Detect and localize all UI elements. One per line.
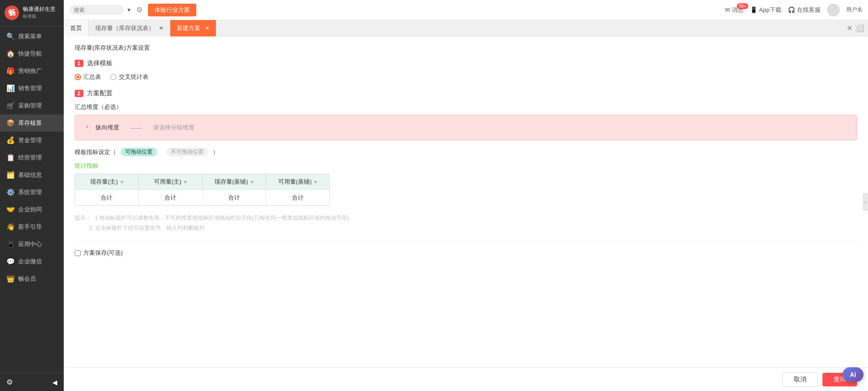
- stats-col-2[interactable]: 可用量(主) ▾: [139, 174, 203, 190]
- sidebar-footer: ⚙ ◀: [0, 373, 64, 391]
- chevron-down-icon[interactable]: ▾: [251, 179, 254, 185]
- sidebar-item-label: 企业协同: [18, 206, 42, 214]
- sidebar-settings-icon[interactable]: ⚙: [6, 378, 13, 386]
- online-service-wrap[interactable]: 🎧 在线客服: [788, 6, 821, 14]
- sidebar-item-label: 经营管理: [18, 154, 42, 162]
- sidebar-item-contract[interactable]: 🤝 企业协同: [0, 201, 64, 218]
- panel-close-icon[interactable]: ✕: [847, 24, 853, 32]
- step2-badge: 2: [75, 90, 83, 97]
- stats-section: 统计指标 现存量(主) ▾ 可用量(主) ▾: [75, 162, 857, 206]
- dimension-box[interactable]: * 纵向维度 —— 请选择分组维度: [75, 115, 857, 140]
- chart-icon: 📊: [6, 84, 15, 93]
- tab-new-plan-label: 新建方案: [177, 24, 200, 32]
- sidebar-item-operations[interactable]: 📋 经营管理: [0, 149, 64, 166]
- stats-col-4[interactable]: 可用量(基辅) ▾: [266, 174, 329, 190]
- tab-new-plan-close-icon[interactable]: ✕: [205, 25, 209, 31]
- topbar-right: ✉ 消息 99+ 📱 App下载 🎧 在线客服 用户名: [725, 4, 863, 16]
- handshake-icon: 🤝: [6, 206, 15, 214]
- tab-inventory-close-icon[interactable]: ✕: [159, 25, 163, 31]
- radio-summary-dot: [75, 74, 81, 80]
- sidebar-item-label: 销售管理: [18, 84, 42, 93]
- stats-cell-1-4: 合计: [266, 190, 329, 206]
- cancel-button[interactable]: 取消: [782, 372, 818, 387]
- save-checkbox[interactable]: [75, 250, 81, 256]
- tip-2: 2. 点击标题栏下拉可设置排序、插入列和删除列: [75, 223, 857, 233]
- save-option: 方案保存(可选): [75, 241, 857, 257]
- sidebar-item-search[interactable]: 🔍 搜索菜单: [0, 28, 64, 45]
- stats-title: 统计指标: [75, 162, 857, 170]
- sidebar-item-label: 企业微信: [18, 257, 42, 266]
- search-icon: 🔍: [6, 32, 15, 41]
- app-logo: 畅 畅康通好生意 标准版: [0, 0, 64, 26]
- app-name: 畅康通好生意: [23, 6, 56, 13]
- sidebar-item-system[interactable]: ⚙️ 系统管理: [0, 184, 64, 201]
- sidebar-item-appstore[interactable]: 📱 应用中心: [0, 236, 64, 253]
- logo-icon: 畅: [5, 5, 19, 20]
- trial-industry-button[interactable]: 体验行业方案: [148, 4, 196, 16]
- tab-home[interactable]: 首页: [64, 20, 89, 36]
- stats-cell-1-1: 合计: [75, 190, 139, 206]
- radio-summary-label: 汇总表: [83, 73, 101, 81]
- sidebar-item-marketing[interactable]: 🎁 营销推广: [0, 62, 64, 80]
- sidebar-item-newbie[interactable]: 👋 新手引导: [0, 218, 64, 236]
- app-download-icon: 📱: [750, 6, 757, 13]
- chevron-down-icon[interactable]: ▾: [184, 179, 187, 185]
- sidebar-item-shortcut[interactable]: 🏠 快捷导航: [0, 45, 64, 62]
- sidebar-item-label: 畅会员: [18, 275, 36, 283]
- message-icon: ✉: [725, 6, 730, 13]
- tip-1-text: 1.拖动标题栏可以调整布局，不可跨维度或指标区域拖动栏目字段(只能在同一维度或指…: [95, 213, 349, 223]
- indicator-settings-suffix: ）: [213, 148, 219, 156]
- stats-cell-1-3: 合计: [203, 190, 266, 206]
- sidebar: 畅 畅康通好生意 标准版 🔍 搜索菜单 🏠 快捷导航 🎁 营销推广 📊 销售管理…: [0, 0, 64, 391]
- app-download-wrap[interactable]: 📱 App下载: [750, 6, 781, 14]
- radio-cross[interactable]: 交叉统计表: [110, 73, 148, 81]
- chevron-down-icon[interactable]: ▾: [314, 179, 317, 185]
- sidebar-item-sales[interactable]: 📊 销售管理: [0, 80, 64, 97]
- ai-float-button[interactable]: Ai: [842, 367, 863, 382]
- stats-col-3[interactable]: 现存量(基辅) ▾: [203, 174, 266, 190]
- step2-section: 2 方案配置 汇总维度（必选） * 纵向维度 —— 请选择分组维度 模板指标设定…: [75, 89, 857, 233]
- sidebar-item-label: 快捷导航: [18, 50, 42, 58]
- message-badge-wrap[interactable]: ✉ 消息 99+: [725, 6, 744, 14]
- panel: 现存量(库存状况表)方案设置 1 选择模板 汇总表 交叉统计表: [64, 36, 868, 367]
- tab-inventory-status[interactable]: 现存量（库存状况表） ✕: [89, 20, 170, 36]
- topbar-search-input[interactable]: [69, 5, 124, 15]
- stats-table-row: 合计 合计 合计 合计: [75, 190, 329, 206]
- dropdown-chevron-icon: ▾: [128, 6, 131, 13]
- stats-col-1[interactable]: 现存量(主) ▾: [75, 174, 139, 190]
- save-option-label[interactable]: 方案保存(可选): [83, 249, 123, 257]
- main-area: ▾ ⚙ 体验行业方案 ✉ 消息 99+ 📱 App下载 🎧 在线客服 用户名 首…: [64, 0, 868, 391]
- radio-cross-dot: [110, 74, 117, 80]
- user-name: 用户名: [846, 6, 863, 14]
- service-icon: 🎧: [788, 6, 795, 13]
- radio-summary[interactable]: 汇总表: [75, 73, 101, 81]
- stats-table: 现存量(主) ▾ 可用量(主) ▾ 现存量(基辅) ▾: [75, 174, 330, 206]
- panel-expand-icon[interactable]: ⬜: [855, 24, 864, 32]
- dimension-required-mark: *: [86, 124, 88, 131]
- sidebar-collapse-icon[interactable]: ◀: [52, 379, 57, 386]
- folder-icon: 🗂️: [6, 171, 15, 179]
- right-collapse-button[interactable]: ›: [863, 193, 868, 211]
- tab-new-plan[interactable]: 新建方案 ✕: [170, 20, 216, 36]
- dimension-placeholder: 请选择分组维度: [153, 123, 194, 132]
- topbar-dropdown[interactable]: ▾: [128, 6, 131, 13]
- step2-title: 方案配置: [87, 89, 112, 98]
- topbar-gear-icon[interactable]: ⚙: [136, 5, 143, 14]
- crown-icon: 👑: [6, 275, 15, 283]
- bottom-bar: 取消 查询: [64, 367, 868, 391]
- money-icon: 💰: [6, 136, 15, 144]
- step2-header: 2 方案配置: [75, 89, 857, 98]
- sidebar-item-label: 应用中心: [18, 240, 42, 248]
- sidebar-item-wechat[interactable]: 💬 企业微信: [0, 253, 64, 270]
- tip-1: 提示： 1.拖动标题栏可以调整布局，不可跨维度或指标区域拖动栏目字段(只能在同一…: [75, 213, 857, 223]
- sidebar-item-purchase[interactable]: 🛒 采购管理: [0, 97, 64, 114]
- sidebar-item-basic[interactable]: 🗂️ 基础信息: [0, 166, 64, 184]
- sidebar-item-inventory[interactable]: 📦 库存核算: [0, 114, 64, 132]
- sidebar-menu: 🔍 搜索菜单 🏠 快捷导航 🎁 营销推广 📊 销售管理 🛒 采购管理 📦 库存核…: [0, 26, 64, 373]
- gift-icon: 🎁: [6, 67, 15, 75]
- clipboard-icon: 📋: [6, 154, 15, 162]
- box-icon: 📦: [6, 119, 15, 127]
- sidebar-item-finance[interactable]: 💰 资金管理: [0, 132, 64, 149]
- chevron-down-icon[interactable]: ▾: [121, 179, 123, 185]
- sidebar-item-member[interactable]: 👑 畅会员: [0, 270, 64, 288]
